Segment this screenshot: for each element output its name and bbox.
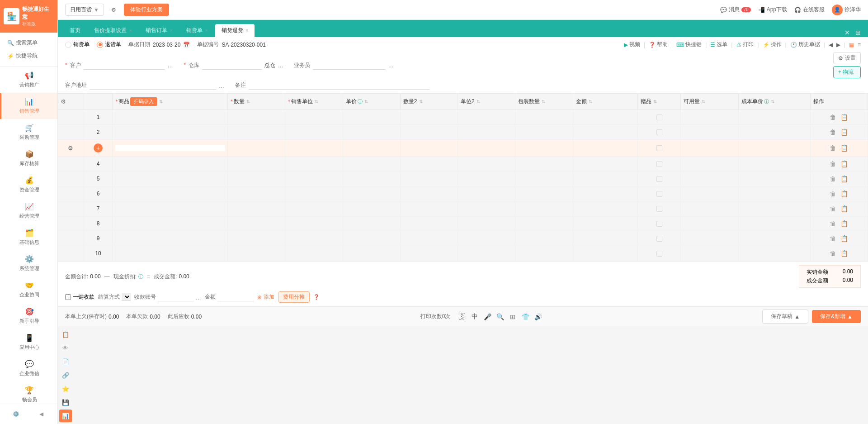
row-qty2-cell[interactable] [400,201,458,216]
copy-row-btn[interactable]: 📋 [840,159,849,168]
row-unit2-cell[interactable] [458,186,515,201]
unit2-sort-icon[interactable]: ⇅ [476,99,480,104]
row-amount-cell[interactable] [573,140,637,157]
sidebar-item-basic[interactable]: 🗂️ 基础信息 [0,224,57,250]
row-product-cell[interactable] [113,140,228,157]
row-unit2-cell[interactable] [458,157,515,172]
row-pack-cell[interactable] [515,140,573,157]
row-qty-cell[interactable] [227,216,285,231]
col-settings-icon[interactable]: ⚙ [61,98,66,105]
row-pack-cell[interactable] [515,172,573,186]
gift-sort-icon[interactable]: ⇅ [653,99,657,104]
add-logistics-btn[interactable]: + 物流 [833,66,861,78]
row-available-cell[interactable] [681,110,738,125]
expand-tabs-btn[interactable]: ⊞ [854,28,863,37]
row-cost-cell[interactable] [738,231,810,246]
product-sort-icon[interactable]: ⇅ [159,99,163,104]
right-panel-btn-1[interactable]: 📋 [59,328,72,341]
row-unit2-cell[interactable] [458,172,515,186]
row-available-cell[interactable] [681,216,738,231]
row-cost-cell[interactable] [738,140,810,157]
row-qty2-cell[interactable] [400,140,458,157]
row-pack-cell[interactable] [515,157,573,172]
price-sort-icon[interactable]: ⇅ [364,99,368,104]
gift-checkbox[interactable] [656,129,662,135]
copy-row-btn[interactable]: 📋 [840,219,849,228]
copy-row-btn[interactable]: 📋 [840,143,849,152]
next-record-btn[interactable]: ▶ [836,42,840,48]
action-help[interactable]: ❓ 帮助 [649,41,668,48]
toolbar-icon-5[interactable]: ⊞ [507,311,518,322]
tab-home[interactable]: 首页 [63,24,87,37]
row-gift-cell[interactable] [637,172,680,186]
row-price-cell[interactable] [343,186,400,201]
row-qty2-cell[interactable] [400,110,458,125]
row-pack-cell[interactable] [515,231,573,246]
row-available-cell[interactable] [681,157,738,172]
row-unit2-cell[interactable] [458,246,515,261]
row-cost-cell[interactable] [738,201,810,216]
user-profile-btn[interactable]: 👤 徐泽华 [832,5,861,15]
row-unit2-cell[interactable] [458,231,515,246]
row-unit2-cell[interactable] [458,125,515,140]
address-input[interactable] [90,81,216,90]
row-amount-cell[interactable] [573,110,637,125]
message-btn[interactable]: 💬 消息 70 [720,6,751,14]
one-click-checkbox[interactable]: 一键收款 [65,293,94,301]
settings-btn[interactable]: ⚙ 设置 [833,52,861,64]
row-settings-icon[interactable]: ⚙ [68,145,73,152]
prev-record-btn[interactable]: ◀ [829,42,833,48]
staff-input[interactable] [313,61,385,70]
add-payment-icon[interactable]: ⊕ [257,294,262,300]
right-panel-btn-2[interactable]: 👁 [59,342,72,354]
action-print[interactable]: 🖨 打印 [736,41,754,48]
row-gift-cell[interactable] [637,140,680,157]
account-select-btn[interactable]: ... [196,294,201,301]
action-history[interactable]: 🕐 历史单据 [790,41,820,48]
search-menu-item[interactable]: 🔍 搜索菜单 [4,36,54,49]
expense-info-icon[interactable]: ❓ [313,294,320,300]
copy-row-btn[interactable]: 📋 [840,234,849,243]
copy-row-btn[interactable]: 📋 [840,174,849,183]
row-unit-cell[interactable] [285,110,343,125]
sidebar-item-member[interactable]: 🏆 畅会员 [0,381,57,404]
row-gift-cell[interactable] [637,157,680,172]
address-select-btn[interactable]: ... [219,82,224,89]
sidebar-item-operation[interactable]: 📈 经营管理 [0,198,57,224]
row-price-cell[interactable] [343,231,400,246]
row-pack-cell[interactable] [515,216,573,231]
tab-sales-order[interactable]: 销售订单 × [139,24,179,37]
row-price-cell[interactable] [343,201,400,216]
action-select[interactable]: ☰ 选单 [710,41,727,48]
sidebar-item-appcenter[interactable]: 📱 应用中心 [0,329,57,355]
row-available-cell[interactable] [681,186,738,201]
delete-row-btn[interactable]: 🗑 [829,234,837,243]
delete-row-btn[interactable]: 🗑 [829,249,837,258]
row-amount-cell[interactable] [573,216,637,231]
tab-close-price-setting[interactable]: × [129,28,132,33]
row-gift-cell[interactable] [637,125,680,140]
experience-btn[interactable]: 体验行业方案 [124,4,169,16]
row-qty-cell[interactable] [227,140,285,157]
row-cost-cell[interactable] [738,125,810,140]
warehouse-input[interactable] [202,61,262,70]
row-cost-cell[interactable] [738,216,810,231]
gift-checkbox[interactable] [656,206,662,212]
right-panel-btn-4[interactable]: 🔗 [59,369,72,381]
one-click-cb[interactable] [65,294,71,300]
row-gift-cell[interactable] [637,201,680,216]
row-pack-cell[interactable] [515,125,573,140]
row-price-cell[interactable] [343,157,400,172]
product-input[interactable] [115,145,225,151]
row-unit-cell[interactable] [285,157,343,172]
calendar-icon[interactable]: 📅 [183,42,190,48]
sidebar-item-finance[interactable]: 💰 资金管理 [0,172,57,198]
qty2-sort-icon[interactable]: ⇅ [419,99,423,104]
toolbar-icon-4[interactable]: 🔍 [495,311,505,322]
sidebar-item-system[interactable]: ⚙️ 系统管理 [0,250,57,276]
topbar-settings-icon[interactable]: ⚙ [108,4,120,16]
sidebar-collapse-btn[interactable]: ◀ [35,408,47,420]
row-cost-cell[interactable] [738,172,810,186]
row-qty-cell[interactable] [227,172,285,186]
row-available-cell[interactable] [681,125,738,140]
